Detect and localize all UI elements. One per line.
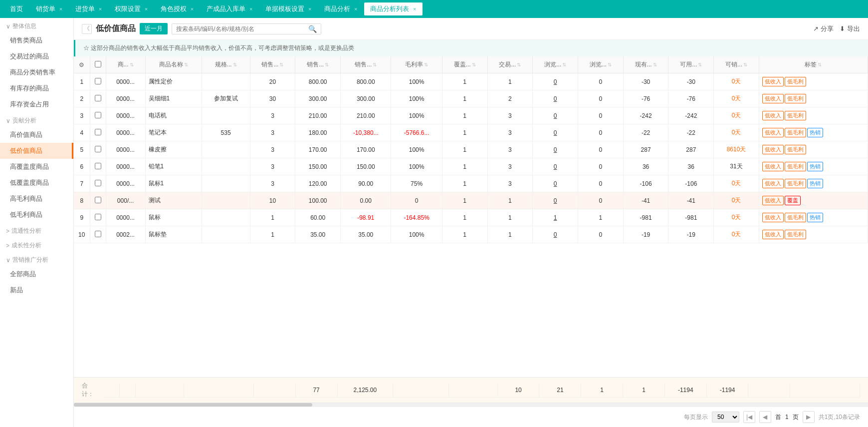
select-all-checkbox[interactable] <box>95 61 101 67</box>
row-checkbox[interactable] <box>95 95 101 101</box>
td-browse1[interactable]: 0 <box>533 226 578 243</box>
sidebar-item-category-sales[interactable]: 商品分类销售率 <box>0 64 73 80</box>
td-browse1[interactable]: 0 <box>533 73 578 90</box>
sidebar-item-high-coverage[interactable]: 高覆盖度商品 <box>0 159 73 175</box>
th-avail[interactable]: 可用...⇅ <box>668 56 714 73</box>
browse1-link[interactable]: 0 <box>554 231 557 238</box>
row-checkbox[interactable] <box>95 129 101 135</box>
sidebar-item-sales-goods[interactable]: 销售类商品 <box>0 32 73 48</box>
browse1-link[interactable]: 0 <box>554 95 557 102</box>
share-button[interactable]: ↗ 分享 <box>813 24 834 33</box>
th-s2[interactable]: 销售...⇅ <box>295 56 341 73</box>
browse1-link[interactable]: 0 <box>554 197 557 204</box>
th-spec[interactable]: 规格...⇅ <box>202 56 250 73</box>
browse1-link[interactable]: 0 <box>554 180 557 187</box>
nav-goods-analysis-close[interactable]: × <box>354 6 357 12</box>
sidebar-item-high-value[interactable]: 高价值商品 <box>0 127 73 143</box>
nav-purchase-order-close[interactable]: × <box>99 6 102 12</box>
browse1-link[interactable]: 0 <box>554 112 557 119</box>
browse1-link[interactable]: 0 <box>554 129 557 136</box>
td-browse1[interactable]: 0 <box>533 90 578 107</box>
nav-permission-close[interactable]: × <box>145 6 148 12</box>
nav-sales-order[interactable]: 销货单 × <box>30 2 68 15</box>
export-button[interactable]: ⬇ 导出 <box>840 24 860 33</box>
th-name[interactable]: 商品名称⇅ <box>145 56 202 73</box>
nav-role-auth[interactable]: 角色授权 × <box>155 2 200 15</box>
browse1-link[interactable]: 0 <box>554 78 557 85</box>
nav-product-storage-close[interactable]: × <box>249 6 252 12</box>
th-settings[interactable]: ⚙ <box>74 56 90 73</box>
row-checkbox[interactable] <box>95 214 101 220</box>
sidebar-item-traded-goods[interactable]: 交易过的商品 <box>0 48 73 64</box>
scrollbar-thumb[interactable] <box>74 403 312 407</box>
nav-product-storage[interactable]: 产成品入库单 × <box>201 2 258 15</box>
td-checkbox[interactable] <box>90 73 106 90</box>
nav-goods-analysis-list-close[interactable]: × <box>413 6 416 12</box>
th-s3[interactable]: 销售...⇅ <box>341 56 391 73</box>
td-checkbox[interactable] <box>90 175 106 192</box>
row-checkbox[interactable] <box>95 112 101 118</box>
td-checkbox[interactable] <box>90 107 106 124</box>
browse1-link[interactable]: 0 <box>554 163 557 170</box>
nav-template-close[interactable]: × <box>308 6 311 12</box>
first-page-button[interactable]: |◀ <box>743 411 755 423</box>
td-browse1[interactable]: 0 <box>533 158 578 175</box>
data-table-container[interactable]: ⚙ 商...⇅ 商品名称⇅ 规格...⇅ 销售...⇅ 销售...⇅ 销售...… <box>74 56 868 377</box>
sidebar-group-growth[interactable]: > 成长性分析 <box>0 237 73 252</box>
th-coverage[interactable]: 覆盖...⇅ <box>442 56 487 73</box>
search-input[interactable] <box>176 25 306 32</box>
nav-goods-analysis-list[interactable]: 商品分析列表 × <box>364 2 422 15</box>
td-browse1[interactable]: 1 <box>533 209 578 226</box>
th-checkbox[interactable] <box>90 56 106 73</box>
td-browse1[interactable]: 0 <box>533 124 578 141</box>
td-browse1[interactable]: 0 <box>533 141 578 158</box>
time-filter-button[interactable]: 近一月 <box>140 23 168 34</box>
sidebar-item-new-goods[interactable]: 新品 <box>0 282 73 298</box>
sidebar-item-capital[interactable]: 库存资金占用 <box>0 96 73 112</box>
browse1-link[interactable]: 0 <box>554 146 557 153</box>
td-checkbox[interactable] <box>90 158 106 175</box>
sidebar-group-contribution[interactable]: ∨ 贡献分析 <box>0 112 73 127</box>
th-gross[interactable]: 毛利率⇅ <box>391 56 442 73</box>
th-browse1[interactable]: 浏览...⇅ <box>533 56 578 73</box>
sidebar-group-liquidity[interactable]: > 流通性分析 <box>0 223 73 237</box>
row-checkbox[interactable] <box>95 197 101 203</box>
sidebar-item-all-goods[interactable]: 全部商品 <box>0 266 73 282</box>
sidebar-group-marketing[interactable]: ∨ 营销推广分析 <box>0 252 73 266</box>
row-checkbox[interactable] <box>95 231 101 237</box>
nav-purchase-order[interactable]: 进货单 × <box>69 2 108 15</box>
th-saleable[interactable]: 可销...⇅ <box>714 56 759 73</box>
th-stock[interactable]: 现有...⇅ <box>623 56 668 73</box>
td-checkbox[interactable] <box>90 141 106 158</box>
td-checkbox[interactable] <box>90 90 106 107</box>
sidebar-item-low-profit[interactable]: 低毛利商品 <box>0 207 73 223</box>
th-tags[interactable]: 标签⇅ <box>759 56 868 73</box>
next-page-button[interactable]: ▶ <box>803 411 815 423</box>
nav-goods-analysis[interactable]: 商品分析 × <box>318 2 363 15</box>
th-code[interactable]: 商...⇅ <box>106 56 145 73</box>
nav-sales-order-close[interactable]: × <box>59 6 62 12</box>
td-browse1[interactable]: 0 <box>533 107 578 124</box>
th-s1[interactable]: 销售...⇅ <box>250 56 295 73</box>
nav-permission[interactable]: 权限设置 × <box>109 2 154 15</box>
sidebar-group-overall[interactable]: ∨ 整体信息 <box>0 18 73 32</box>
browse1-link[interactable]: 1 <box>554 214 557 221</box>
row-checkbox[interactable] <box>95 180 101 186</box>
row-checkbox[interactable] <box>95 78 101 84</box>
page-size-select[interactable]: 50 100 200 <box>712 412 739 423</box>
th-trade[interactable]: 交易...⇅ <box>487 56 533 73</box>
td-checkbox[interactable] <box>90 226 106 243</box>
nav-home[interactable]: 首页 <box>4 2 29 15</box>
prev-page-button[interactable]: ◀ <box>759 411 771 423</box>
row-checkbox[interactable] <box>95 163 101 169</box>
sidebar-item-low-coverage[interactable]: 低覆盖度商品 <box>0 175 73 191</box>
sidebar-item-stock-goods[interactable]: 有库存的商品 <box>0 80 73 96</box>
nav-template[interactable]: 单据模板设置 × <box>259 2 317 15</box>
td-checkbox[interactable] <box>90 209 106 226</box>
row-checkbox[interactable] <box>95 146 101 152</box>
horizontal-scrollbar[interactable] <box>74 403 868 407</box>
nav-role-auth-close[interactable]: × <box>191 6 194 12</box>
td-browse1[interactable]: 0 <box>533 175 578 192</box>
th-browse2[interactable]: 浏览...⇅ <box>578 56 624 73</box>
collapse-button[interactable]: 《 <box>82 24 92 34</box>
